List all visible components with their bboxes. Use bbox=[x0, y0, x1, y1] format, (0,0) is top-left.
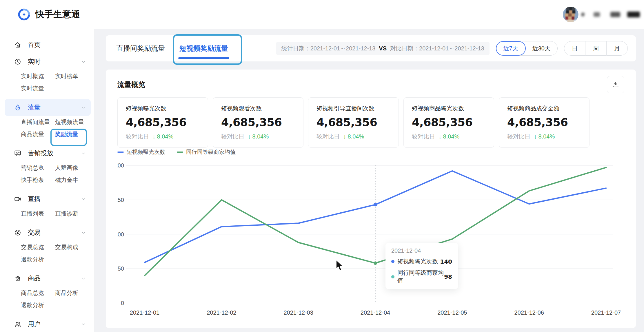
sidebar-subitem-人群画像[interactable]: 人群画像 bbox=[55, 162, 91, 174]
legend-label: 同行同等级商家均值 bbox=[186, 148, 236, 156]
sidebar-subitem-快手粉条[interactable]: 快手粉条 bbox=[21, 174, 55, 186]
avatar[interactable] bbox=[563, 7, 578, 22]
sidebar-item-label: 用户 bbox=[28, 320, 41, 329]
stat-value: 4,685,356 bbox=[221, 116, 295, 129]
sidebar-item-交易[interactable]: 交易 bbox=[0, 224, 91, 241]
sidebar-subitem-直播列表[interactable]: 直播列表 bbox=[21, 207, 55, 220]
svg-text:200: 200 bbox=[117, 162, 124, 169]
stat-title: 短视频商品成交金额 bbox=[507, 105, 581, 112]
sidebar-subitems: 直播列表直播诊断 bbox=[0, 207, 91, 220]
main-area: 直播间奖励流量短视频奖励流量 统计日期： 2021-12-01～2021-12-… bbox=[94, 29, 644, 332]
stat-delta: 较对比日↓ 8.04% bbox=[316, 133, 390, 141]
user-area[interactable] bbox=[563, 7, 640, 22]
granularity-button-group: 日周月 bbox=[564, 41, 628, 56]
range-button-近30天[interactable]: 近30天 bbox=[525, 41, 557, 56]
user-name-redacted bbox=[627, 12, 640, 17]
sidebar-item-label: 流量 bbox=[28, 103, 41, 112]
sidebar-subitem-实时流量[interactable]: 实时流量 bbox=[21, 82, 55, 94]
stat-date-label: 统计日期： bbox=[281, 45, 310, 52]
sidebar-subitem-实时概览[interactable]: 实时概览 bbox=[21, 70, 55, 82]
range-button-近7天[interactable]: 近7天 bbox=[496, 41, 526, 56]
granularity-button-月[interactable]: 月 bbox=[606, 41, 627, 56]
sidebar-subitem-商品总览[interactable]: 商品总览 bbox=[21, 287, 55, 299]
chevron-down-icon[interactable] bbox=[81, 276, 86, 281]
chevron-down-icon[interactable] bbox=[81, 322, 86, 327]
legend-swatch bbox=[177, 152, 183, 153]
chevron-down-icon[interactable] bbox=[81, 105, 86, 110]
sidebar-subitem-营销总览[interactable]: 营销总览 bbox=[21, 162, 55, 174]
download-button[interactable] bbox=[607, 76, 624, 93]
kuaishou-logo-icon bbox=[17, 8, 31, 21]
stat-card-短视频商品成交金额[interactable]: 短视频商品成交金额4,685,356较对比日↓ 8.04% bbox=[499, 97, 590, 148]
download-icon bbox=[612, 81, 619, 88]
tooltip-series-label: 同行同等级商家均值 bbox=[397, 269, 444, 284]
home-icon bbox=[14, 41, 21, 49]
svg-text:150: 150 bbox=[117, 197, 124, 203]
svg-text:0: 0 bbox=[121, 300, 124, 306]
tooltip-row-短视频曝光次数: 短视频曝光次数140 bbox=[391, 258, 452, 265]
chevron-down-icon[interactable] bbox=[81, 196, 86, 202]
compare-date-value: 2021-12-01～2021-12-13 bbox=[419, 45, 484, 52]
sidebar-item-用户[interactable]: 用户 bbox=[0, 316, 91, 332]
stat-card-短视频曝光次数[interactable]: 短视频曝光次数4,685,356较对比日↓ 8.04% bbox=[117, 97, 208, 148]
sidebar-item-营销投放[interactable]: 营销投放 bbox=[0, 145, 91, 162]
sidebar-subitem-交易构成[interactable]: 交易构成 bbox=[55, 241, 91, 253]
sidebar-item-商品[interactable]: 商品 bbox=[0, 270, 91, 287]
sidebar-subitem-商品分析[interactable]: 商品分析 bbox=[55, 287, 91, 299]
tab-直播间奖励流量[interactable]: 直播间奖励流量 bbox=[116, 35, 165, 61]
stat-card-短视频商品曝光次数[interactable]: 短视频商品曝光次数4,685,356较对比日↓ 8.04% bbox=[403, 97, 494, 148]
chevron-down-icon[interactable] bbox=[81, 151, 86, 156]
user-name-redacted bbox=[581, 12, 585, 17]
stat-card-短视频引导直播间次数[interactable]: 短视频引导直播间次数4,685,356较对比日↓ 8.04% bbox=[308, 97, 399, 148]
tooltip-series-dot bbox=[391, 260, 394, 263]
granularity-button-周[interactable]: 周 bbox=[585, 41, 606, 56]
tooltip-series-value: 140 bbox=[440, 258, 452, 265]
sidebar-item-直播[interactable]: 直播 bbox=[0, 191, 91, 207]
sidebar-subitem-奖励流量[interactable]: 奖励流量 bbox=[55, 128, 91, 140]
sidebar-subitem-退款分析[interactable]: 退款分析 bbox=[21, 253, 55, 265]
stat-delta: 较对比日↓ 8.04% bbox=[221, 133, 295, 141]
sidebar-subitem-磁力金牛[interactable]: 磁力金牛 bbox=[55, 174, 91, 186]
compare-label: 较对比日 bbox=[221, 133, 244, 141]
tab-短视频奖励流量[interactable]: 短视频奖励流量 bbox=[179, 35, 228, 61]
water-drop-icon bbox=[14, 104, 21, 111]
legend-item-短视频曝光次数[interactable]: 短视频曝光次数 bbox=[117, 148, 165, 156]
stat-delta: 较对比日↓ 8.04% bbox=[507, 133, 581, 141]
delta-value: ↓ 8.04% bbox=[248, 133, 269, 140]
sidebar-item-实时[interactable]: 实时 bbox=[0, 53, 91, 70]
sidebar-subitem-商品流量[interactable]: 商品流量 bbox=[21, 128, 55, 140]
app-title: 快手生意通 bbox=[35, 8, 80, 20]
section-title: 流量概览 bbox=[117, 80, 145, 89]
chevron-down-icon[interactable] bbox=[81, 230, 86, 235]
chart-tooltip: 2021-12-04 短视频曝光次数140同行同等级商家均值98 bbox=[385, 243, 458, 289]
date-range-display[interactable]: 统计日期： 2021-12-01～2021-12-13 VS 对比日期： 202… bbox=[276, 42, 490, 55]
delta-value: ↓ 8.04% bbox=[343, 133, 364, 140]
stat-card-短视频观看次数[interactable]: 短视频观看次数4,685,356较对比日↓ 8.04% bbox=[213, 97, 303, 148]
sidebar-subitem-实时榜单[interactable]: 实时榜单 bbox=[55, 70, 91, 82]
sidebar-item-首页[interactable]: 首页 bbox=[0, 37, 91, 53]
stat-delta: 较对比日↓ 8.04% bbox=[412, 133, 486, 141]
stat-date-value: 2021-12-01～2021-12-13 bbox=[310, 45, 376, 52]
stat-card-row: 短视频曝光次数4,685,356较对比日↓ 8.04%短视频观看次数4,685,… bbox=[117, 97, 624, 148]
svg-text:2021-12-05: 2021-12-05 bbox=[437, 309, 467, 316]
sidebar-subitem-直播间流量[interactable]: 直播间流量 bbox=[21, 116, 55, 128]
tooltip-series-label: 短视频曝光次数 bbox=[397, 258, 438, 265]
sidebar-subitems: 实时概览实时榜单实时流量 bbox=[0, 70, 91, 94]
sidebar-item-label: 营销投放 bbox=[28, 149, 53, 158]
stat-value: 4,685,356 bbox=[126, 116, 200, 129]
sidebar-subitem-退款分析[interactable]: 退款分析 bbox=[21, 299, 55, 311]
sidebar-subitem-交易总览[interactable]: 交易总览 bbox=[21, 241, 55, 253]
stat-title: 短视频曝光次数 bbox=[126, 105, 200, 112]
granularity-button-日[interactable]: 日 bbox=[564, 41, 585, 56]
stat-value: 4,685,356 bbox=[412, 116, 486, 129]
yuan-icon bbox=[14, 229, 21, 236]
tooltip-series-value: 98 bbox=[444, 273, 452, 280]
delta-value: ↓ 8.04% bbox=[534, 133, 555, 140]
traffic-overview-card: 流量概览 短视频曝光次数4,685,356较对比日↓ 8.04%短视频观看次数4… bbox=[106, 70, 636, 328]
legend-item-同行同等级商家均值[interactable]: 同行同等级商家均值 bbox=[177, 148, 236, 156]
chevron-down-icon[interactable] bbox=[81, 59, 86, 64]
sidebar-item-流量[interactable]: 流量 bbox=[5, 99, 91, 116]
sidebar-subitems: 商品总览商品分析退款分析 bbox=[0, 287, 91, 311]
sidebar-subitem-短视频流量[interactable]: 短视频流量 bbox=[55, 116, 91, 128]
sidebar-subitem-直播诊断[interactable]: 直播诊断 bbox=[55, 207, 91, 220]
